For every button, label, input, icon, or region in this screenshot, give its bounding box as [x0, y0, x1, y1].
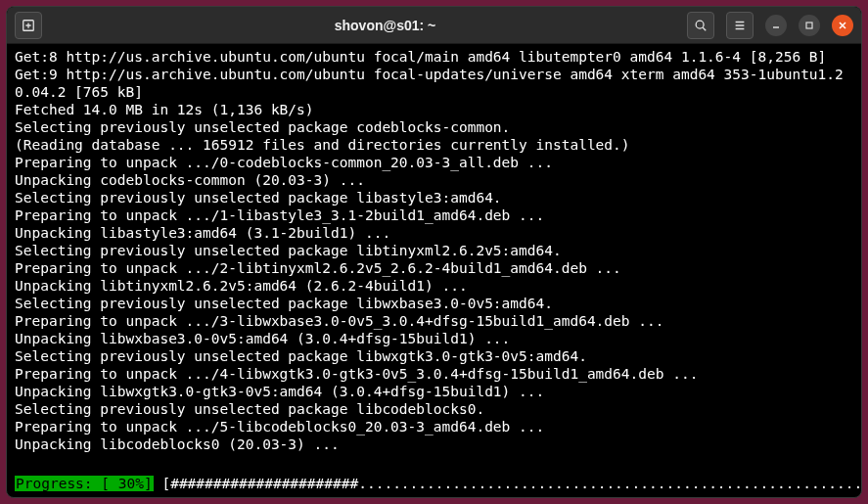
close-button[interactable]	[832, 15, 853, 36]
progress-row: Progress: [ 30%] [######################…	[7, 476, 861, 497]
terminal-line: Selecting previously unselected package …	[15, 295, 853, 312]
terminal-line: Selecting previously unselected package …	[15, 189, 853, 206]
terminal-line: Preparing to unpack .../4-libwxgtk3.0-gt…	[15, 365, 853, 383]
new-tab-icon	[22, 19, 35, 32]
terminal-line: Preparing to unpack .../0-codeblocks-com…	[15, 154, 853, 171]
terminal-window: shovon@s01: ~	[6, 6, 862, 498]
progress-label: Progress: [ 30%]	[15, 476, 154, 491]
search-icon	[694, 19, 708, 32]
terminal-line: Selecting previously unselected package …	[15, 118, 853, 136]
progress-bar: [######################.................…	[154, 476, 862, 491]
terminal-line: Unpacking libwxgtk3.0-gtk3-0v5:amd64 (3.…	[15, 383, 853, 400]
terminal-line: Unpacking libastyle3:amd64 (3.1-2build1)…	[15, 224, 853, 242]
terminal-line: Selecting previously unselected package …	[15, 347, 853, 365]
terminal-line: Preparing to unpack .../1-libastyle3_3.1…	[15, 206, 853, 224]
search-button[interactable]	[687, 12, 714, 39]
terminal-line: Fetched 14.0 MB in 12s (1,136 kB/s)	[15, 101, 853, 118]
svg-point-3	[696, 21, 704, 28]
terminal-line: Preparing to unpack .../3-libwxbase3.0-0…	[15, 312, 853, 330]
close-icon	[838, 21, 847, 30]
terminal-line: Unpacking libcodeblocks0 (20.03-3) ...	[15, 435, 853, 453]
terminal-line: Selecting previously unselected package …	[15, 242, 853, 259]
window-title: shovon@s01: ~	[120, 18, 650, 33]
terminal-line: (Reading database ... 165912 files and d…	[15, 136, 853, 154]
terminal-output[interactable]: Get:8 http://us.archive.ubuntu.com/ubunt…	[7, 44, 861, 476]
maximize-button[interactable]	[799, 15, 820, 36]
svg-line-4	[703, 27, 706, 30]
terminal-line: Unpacking libwxbase3.0-0v5:amd64 (3.0.4+…	[15, 330, 853, 347]
minimize-button[interactable]	[765, 15, 787, 36]
terminal-line: Preparing to unpack .../5-libcodeblocks0…	[15, 418, 853, 435]
maximize-icon	[804, 21, 814, 30]
terminal-line: Preparing to unpack .../2-libtinyxml2.6.…	[15, 259, 853, 277]
titlebar: shovon@s01: ~	[7, 7, 861, 44]
terminal-line: Unpacking libtinyxml2.6.2v5:amd64 (2.6.2…	[15, 277, 853, 295]
terminal-line: Unpacking codeblocks-common (20.03-3) ..…	[15, 171, 853, 189]
terminal-line: Get:9 http://us.archive.ubuntu.com/ubunt…	[15, 66, 853, 101]
terminal-line: Selecting previously unselected package …	[15, 400, 853, 418]
terminal-line: Get:8 http://us.archive.ubuntu.com/ubunt…	[15, 48, 853, 66]
new-tab-button[interactable]	[15, 12, 42, 39]
svg-rect-9	[806, 23, 812, 28]
minimize-icon	[771, 21, 781, 30]
menu-button[interactable]	[726, 12, 754, 39]
hamburger-icon	[733, 19, 747, 32]
